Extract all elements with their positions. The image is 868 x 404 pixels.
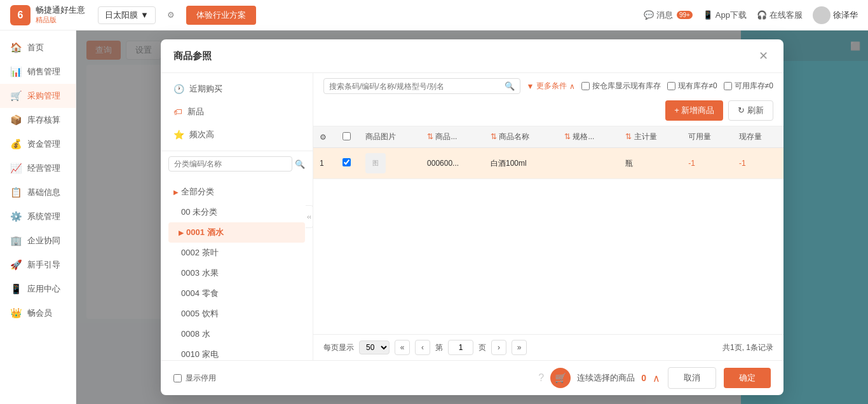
guide-icon: 🚀 — [10, 259, 22, 271]
col-name[interactable]: ⇅ 商品名称 — [484, 126, 558, 148]
modal-close-button[interactable]: ✕ — [756, 48, 771, 64]
page-number-input[interactable] — [448, 340, 473, 355]
enterprise-icon: 🏢 — [10, 235, 22, 246]
filter-icon: ▼ — [527, 82, 534, 91]
gear-icon[interactable]: ⚙ — [161, 5, 181, 25]
chevron-up-icon: ∧ — [569, 82, 575, 91]
sidebar-item-sales[interactable]: 📊 销售管理 — [0, 60, 76, 84]
modal-header: 商品参照 ✕ — [161, 39, 783, 73]
sidebar-item-purchase[interactable]: 🛒 采购管理 — [0, 84, 76, 108]
filter-bar: 🔍 ▼ 更多条件 ∧ 按仓库显示现有库存 — [313, 73, 783, 126]
confirm-button[interactable]: 确定 — [724, 368, 771, 388]
sidebar-item-finance[interactable]: 💰 资金管理 — [0, 132, 76, 156]
col-spec[interactable]: ⇅ 规格... — [558, 126, 619, 148]
page-label: 第 — [435, 342, 443, 353]
home-icon: 🏠 — [10, 42, 22, 53]
product-image: 图 — [365, 153, 386, 173]
warehouse-checkbox[interactable] — [581, 82, 590, 90]
sidebar-item-guide[interactable]: 🚀 新手引导 — [0, 253, 76, 277]
page-total-info: 共1页, 1条记录 — [722, 342, 773, 353]
recent-purchase-item[interactable]: 🕐 近期购买 — [168, 79, 305, 98]
active-triangle-icon: ▶ — [179, 229, 184, 236]
cancel-button[interactable]: 取消 — [668, 367, 716, 389]
new-product-item[interactable]: 🏷 新品 — [168, 102, 305, 121]
user-profile[interactable]: 徐泽华 — [813, 6, 858, 24]
category-search-icon[interactable]: 🔍 — [295, 159, 305, 169]
category-all[interactable]: ▶ 全部分类 — [168, 182, 305, 202]
cart-icon: 🛒 — [555, 372, 567, 384]
collapse-panel-button[interactable]: ‹‹ — [306, 205, 313, 228]
row-name: 白酒100ml — [484, 148, 558, 179]
top-navigation: 6 畅捷通好生意 精品版 日太阳膜 ▼ ⚙ 体验行业方案 💬 消息 99+ 📱 … — [0, 0, 868, 30]
last-page-icon: » — [517, 343, 522, 352]
category-00[interactable]: 00 未分类 — [168, 202, 305, 222]
refresh-button[interactable]: ↻ 刷新 — [728, 100, 773, 121]
available-checkbox[interactable] — [667, 82, 675, 90]
category-0005[interactable]: 0005 饮料 — [168, 304, 305, 324]
prev-page-button[interactable]: ‹ — [415, 340, 430, 355]
app-download-nav[interactable]: 📱 App下载 — [703, 10, 747, 21]
mobile-icon: 📱 — [703, 10, 713, 20]
sidebar-item-enterprise[interactable]: 🏢 企业协同 — [0, 229, 76, 253]
avatar — [813, 6, 831, 24]
cart-area: ? 🛒 连续选择的商品 0 ∧ — [538, 368, 660, 388]
product-table-area: ⚙ 商品图片 — [313, 126, 783, 334]
headset-icon: 🎧 — [757, 10, 767, 20]
messages-nav[interactable]: 💬 消息 99+ — [644, 10, 693, 21]
row-select-checkbox[interactable] — [342, 158, 351, 166]
show-disabled-checkbox[interactable] — [173, 374, 182, 382]
sidebar-item-operation[interactable]: 📈 经营管理 — [0, 156, 76, 180]
sidebar-item-appcenter[interactable]: 📱 应用中心 — [0, 277, 76, 301]
next-page-button[interactable]: › — [491, 340, 506, 355]
sidebar-item-basic[interactable]: 📋 基础信息 — [0, 180, 76, 205]
first-page-button[interactable]: « — [395, 340, 410, 355]
category-0004[interactable]: 0004 零食 — [168, 283, 305, 304]
cart-count: 0 — [641, 373, 646, 383]
add-product-button[interactable]: + 新增商品 — [665, 100, 723, 121]
col-code[interactable]: ⇅ 商品... — [421, 126, 484, 148]
sidebar-item-home[interactable]: 🏠 首页 — [0, 36, 76, 60]
sidebar-item-inventory[interactable]: 📦 库存核算 — [0, 108, 76, 132]
sidebar-item-system[interactable]: ⚙️ 系统管理 — [0, 205, 76, 229]
col-unit[interactable]: ⇅ 主计量 — [619, 126, 682, 148]
nav-selector[interactable]: 日太阳膜 ▼ — [98, 6, 156, 24]
product-search-input[interactable] — [329, 82, 502, 91]
logo-sub: 精品版 — [36, 15, 85, 25]
logo-icon: 6 — [10, 5, 31, 25]
select-all-checkbox[interactable] — [342, 132, 351, 140]
trial-button[interactable]: 体验行业方案 — [186, 6, 256, 25]
next-page-icon: › — [498, 343, 500, 352]
last-page-button[interactable]: » — [512, 340, 527, 355]
category-0002[interactable]: 0002 茶叶 — [168, 243, 305, 263]
sidebar-item-member[interactable]: 👑 畅会员 — [0, 301, 76, 325]
table-row[interactable]: 1 图 000600... 白酒100ml 瓶 — [313, 148, 783, 179]
more-conditions-button[interactable]: ▼ 更多条件 ∧ — [527, 81, 576, 91]
logo-name: 畅捷通好生意 — [36, 5, 85, 16]
product-search-box: 🔍 — [323, 78, 520, 94]
category-0001[interactable]: ▶ 0001 酒水 — [168, 222, 305, 243]
system-icon: ⚙️ — [10, 211, 22, 222]
cart-icon-button[interactable]: 🛒 — [550, 368, 571, 388]
modal-right-panel: 🔍 ▼ 更多条件 ∧ 按仓库显示现有库存 — [313, 73, 783, 360]
category-search-input[interactable] — [168, 156, 292, 172]
category-list: ▶ 全部分类 00 未分类 ▶ 0001 酒水 0002 茶 — [161, 177, 313, 360]
help-icon[interactable]: ? — [538, 372, 544, 384]
frequent-item[interactable]: ⭐ 频次高 — [168, 125, 305, 144]
show-disabled-checkbox-label[interactable]: 显示停用 — [173, 373, 216, 384]
category-0003[interactable]: 0003 水果 — [168, 263, 305, 283]
row-checkbox[interactable] — [336, 148, 359, 179]
message-badge: 99+ — [677, 11, 693, 19]
category-0010[interactable]: 0010 家电 — [168, 344, 305, 360]
per-page-select[interactable]: 50 — [359, 340, 390, 354]
usable-stock-checkbox[interactable]: 可用库存≠0 — [724, 81, 773, 91]
col-stock: 现存量 — [733, 126, 783, 148]
warehouse-display-checkbox[interactable]: 按仓库显示现有库存 — [581, 81, 661, 91]
search-icon[interactable]: 🔍 — [505, 81, 515, 91]
collapse-cart-button[interactable]: ∧ — [653, 372, 660, 384]
usable-checkbox[interactable] — [724, 82, 732, 90]
available-stock-checkbox[interactable]: 现有库存≠0 — [667, 81, 717, 91]
col-settings[interactable]: ⚙ — [313, 126, 336, 148]
prev-page-icon: ‹ — [421, 343, 424, 352]
category-0008[interactable]: 0008 水 — [168, 324, 305, 344]
online-service-nav[interactable]: 🎧 在线客服 — [757, 10, 803, 21]
